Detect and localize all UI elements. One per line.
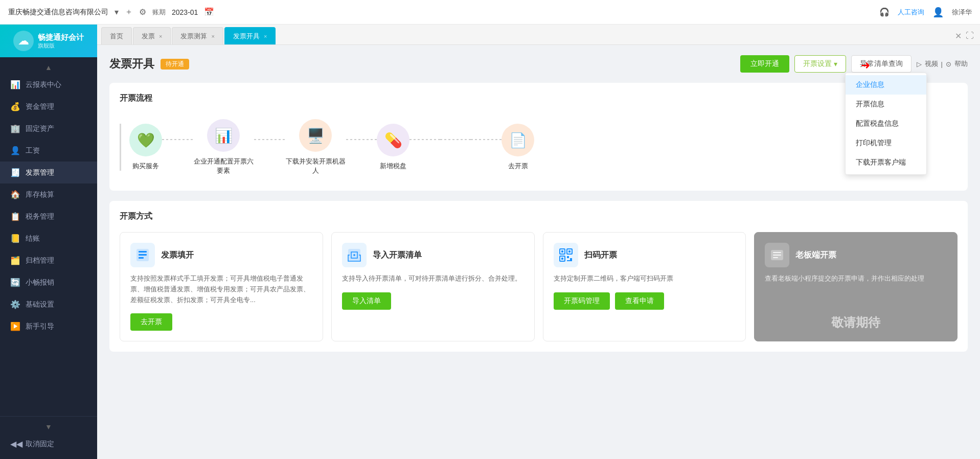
help-icon[interactable]: ⊙ [946,60,951,68]
help-label[interactable]: 帮助 [954,59,968,68]
calendar-icon[interactable]: 📅 [204,7,214,17]
tab-invoice-open-label: 发票开具 [233,32,260,41]
svg-rect-15 [773,252,781,253]
sidebar-item-label: 发票管理 [26,168,54,177]
scroll-down[interactable]: ▼ [0,421,97,433]
company-info-label: 企业信息 [856,80,884,89]
divider: | [941,60,943,68]
sidebar-item-label: 税务管理 [26,212,54,221]
dropdown-icon[interactable]: ▾ [115,7,119,17]
abnormal-button[interactable]: 异常清单查询 [851,55,911,73]
step3-icon: 🖥️ [299,119,332,152]
play-icon[interactable]: ▷ [917,60,922,68]
sidebar-nav: ▲ 📊 云报表中心 💰 资金管理 🏢 固定资产 👤 工资 🧾 发票管理 [0,57,97,416]
tab-home-label: 首页 [110,32,123,41]
sidebar-item-salary[interactable]: 👤 工资 [0,140,97,162]
scroll-up[interactable]: ▲ [0,61,97,74]
fill-invoice-button[interactable]: 去开票 [130,313,172,331]
process-step-2: 📊 企业开通配置开票六要素 [193,119,254,175]
step4-icon: 💊 [377,124,409,156]
sidebar-item-new-guide[interactable]: ▶️ 新手引导 [0,315,97,337]
sidebar-item-mini-report[interactable]: 🔄 小畅报销 [0,271,97,293]
sidebar-item-fund-mgmt[interactable]: 💰 资金管理 [0,96,97,118]
svg-rect-2 [139,254,147,256]
method-import-desc: 支持导入待开票清单，可对待开票清单进行拆分、合并处理。 [342,273,524,284]
step5-label: 去开票 [508,162,528,171]
sidebar-item-cancel-fixed[interactable]: ◀◀ 取消固定 [0,433,97,455]
method-scan-icon [554,243,578,267]
settings-button[interactable]: 开票设置 ▾ [794,55,846,73]
process-step-1: 💚 购买服务 [120,124,162,171]
sidebar-item-label: 工资 [26,146,40,155]
sidebar-item-label: 云报表中心 [26,80,61,89]
user-name[interactable]: 徐泽华 [952,8,972,17]
sidebar-item-tax-mgmt[interactable]: 📋 税务管理 [0,205,97,227]
dropdown-item-printer-mgmt[interactable]: 打印机管理 [846,133,926,153]
invoice-info-label: 开票信息 [856,100,884,109]
process-step-4: 💊 新增税盘 [377,124,409,171]
page-header: 发票开具 待开通 立即开通 开票设置 ▾ 异常清单查询 ▷ 视频 | ⊙ [109,55,968,73]
new-guide-icon: ▶️ [10,322,20,331]
activate-button[interactable]: 立即开通 [740,55,789,73]
dropdown-item-download-client[interactable]: 下载开票客户端 [846,153,926,172]
dropdown-item-company-info[interactable]: 企业信息 [846,75,926,95]
sidebar-item-asset-mgmt[interactable]: 🏢 固定资产 [0,118,97,140]
settings-chevron-icon: ▾ [834,60,837,68]
sidebar-item-settle[interactable]: 📒 结账 [0,227,97,249]
dropdown-item-tax-config[interactable]: 配置税盘信息 [846,114,926,133]
close-all-icon[interactable]: ✕ [955,31,962,41]
method-fill-icon [130,243,155,267]
sidebar-item-label: 小畅报销 [26,278,54,287]
method-fill-title: 发票填开 [161,250,194,261]
method-boss-title: 老板端开票 [795,250,836,261]
sidebar-item-cloud-report[interactable]: 📊 云报表中心 [0,74,97,96]
company-name[interactable]: 重庆畅捷交通信息咨询有限公司 [8,8,108,17]
support-label[interactable]: 人工咨询 [898,8,924,17]
method-import-icon [342,243,367,267]
tab-invoice-calc[interactable]: 发票测算 × [172,27,223,44]
video-label[interactable]: 视频 [925,59,938,68]
period-label: 账期 [152,8,166,17]
sidebar-item-label: 取消固定 [26,440,54,449]
close-invoice-tab[interactable]: × [159,33,162,39]
sidebar-item-basic-settings[interactable]: ⚙️ 基础设置 [0,293,97,315]
mini-report-icon: 🔄 [10,278,20,287]
salary-icon: 👤 [10,146,20,155]
step1-label: 购买服务 [132,162,159,171]
sidebar-item-label: 归档管理 [26,256,54,265]
method-scan-desc: 支持定制开票二维码，客户端可扫码开票 [554,273,736,284]
tab-invoice-open[interactable]: 发票开具 × [224,27,276,44]
view-application-button[interactable]: 查看申请 [615,292,664,310]
sidebar-item-label: 固定资产 [26,124,54,133]
method-card-fill: 发票填开 支持按照发票样式手工填开发票；可开具增值税电子普通发票、增值税普通发票… [120,232,323,341]
dropdown-item-invoice-info[interactable]: 开票信息 [846,95,926,114]
sidebar-item-label: 新手引导 [26,322,54,331]
archive-icon: 🗂️ [10,256,20,265]
separator-4 [409,139,440,140]
sidebar-item-invoice-mgmt[interactable]: 🧾 发票管理 [0,162,97,183]
method-fill-desc: 支持按照发票样式手工填开发票；可开具增值税电子普通发票、增值税普通发票、增值税专… [130,273,312,305]
import-list-button[interactable]: 导入清单 [342,292,391,310]
logo-title: 畅捷通好会计 [38,33,84,42]
step1-icon: 💚 [129,124,162,156]
step2-label: 企业开通配置开票六要素 [193,157,254,175]
add-icon[interactable]: ＋ [125,7,133,17]
scan-code-mgmt-button[interactable]: 开票码管理 [554,292,610,310]
close-invoice-calc-tab[interactable]: × [211,33,214,39]
page-actions: 立即开通 开票设置 ▾ 异常清单查询 ▷ 视频 | ⊙ 帮助 [740,55,968,73]
tab-invoice[interactable]: 发票 × [133,27,171,44]
logo-icon: ☁ [13,31,34,51]
main-layout: ☁ 畅捷通好会计 旗舰版 ▲ 📊 云报表中心 💰 资金管理 🏢 固定资产 [0,25,980,459]
headset-icon[interactable]: 🎧 [879,7,890,17]
expand-icon[interactable]: ⛶ [966,31,974,40]
stock-icon: 🏠 [10,190,20,199]
sidebar-item-stock[interactable]: 🏠 库存核算 [0,183,97,205]
sidebar-bottom: ▼ ◀◀ 取消固定 [0,416,97,459]
tab-home[interactable]: 首页 [101,27,132,44]
settings-icon[interactable]: ⚙ [139,7,146,17]
logo-subtitle: 旗舰版 [38,42,84,50]
methods-section-title: 开票方式 [120,211,958,222]
sidebar-item-archive[interactable]: 🗂️ 归档管理 [0,249,97,271]
separator-3 [346,139,377,140]
close-invoice-open-tab[interactable]: × [264,33,267,39]
